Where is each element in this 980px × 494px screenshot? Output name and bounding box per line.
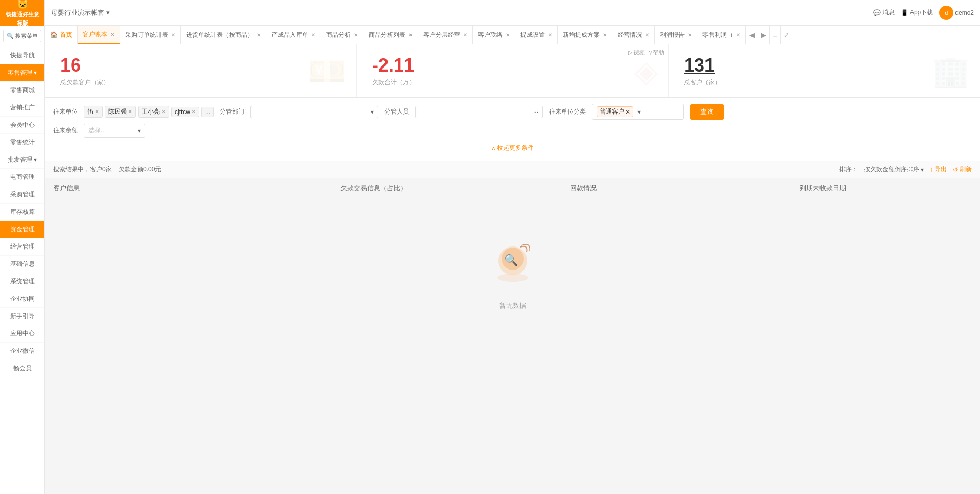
remove-tag-wu[interactable]: ✕ <box>95 108 99 115</box>
dept-filter-label: 分管部门 <box>220 107 244 116</box>
home-icon: 🏠 <box>50 31 58 38</box>
avatar: d <box>939 6 953 20</box>
sidebar-item-zijin[interactable]: 资金管理 <box>0 221 44 238</box>
filter-tag-more[interactable]: ... <box>201 107 214 117</box>
sidebar-item-pifa[interactable]: 批发管理 ▾ <box>0 151 44 169</box>
sidebar-item-huiyuan[interactable]: 会员中心 <box>0 117 44 134</box>
close-icon[interactable]: ✕ <box>645 32 649 38</box>
close-icon[interactable]: ✕ <box>506 32 510 38</box>
chevron-icon-pifa: ▾ <box>34 156 37 163</box>
filter-tag-chen: 陈民强 ✕ <box>105 106 136 118</box>
message-btn[interactable]: 💬 消息 <box>873 8 895 17</box>
sidebar-item-kucun[interactable]: 库存核算 <box>0 204 44 221</box>
topbar-left: 母婴行业演示帐套 ▾ <box>51 8 110 17</box>
sidebar-item-dianshang[interactable]: 电商管理 <box>0 169 44 186</box>
remove-tag-chen[interactable]: ✕ <box>128 108 132 115</box>
empty-icon: 🔍 <box>490 239 536 295</box>
unit-type-input: 普通客户 ✕ ▾ <box>592 104 684 120</box>
tabs-scroll-left[interactable]: ◀ <box>746 26 758 44</box>
collapse-filter-btn[interactable]: ∧ 收起更多条件 <box>53 142 972 154</box>
close-icon[interactable]: ✕ <box>354 32 358 38</box>
empty-text: 暂无数据 <box>499 301 526 310</box>
export-btn[interactable]: ↑ 导出 <box>930 165 947 174</box>
tab-customer-book[interactable]: 客户账本 ✕ <box>78 26 120 44</box>
tab-raise-setting[interactable]: 提成设置 ✕ <box>515 26 558 44</box>
download-icon: 📱 <box>901 9 908 16</box>
sidebar-item-xieyi[interactable]: 企业协同 <box>0 290 44 308</box>
tab-purchase-order[interactable]: 采购订单统计表 ✕ <box>120 26 181 44</box>
summary-card-total-debt: ◈ -2.11 欠款合计（万） ▷ 视频 ? 帮助 <box>357 44 669 97</box>
close-icon[interactable]: ✕ <box>688 32 692 38</box>
chevron-icon: ▾ <box>34 69 37 76</box>
tabs-scroll-right[interactable]: ▶ <box>758 26 769 44</box>
filter-area: 往来单位 伍 ✕ 陈民强 ✕ 王小亮 ✕ cjttcw <box>45 98 980 161</box>
sidebar-item-qiye-weixin[interactable]: 企业微信 <box>0 343 44 360</box>
tab-retail-profit[interactable]: 零售利润（ ✕ <box>697 26 746 44</box>
user-profile[interactable]: d demo2 <box>939 6 974 20</box>
refresh-btn[interactable]: ↺ 刷新 <box>953 165 972 174</box>
help-btn[interactable]: ? 帮助 <box>649 49 664 56</box>
unit-filter-label: 往来单位 <box>53 107 78 116</box>
tab-new-achievement[interactable]: 新增提成方案 ✕ <box>558 26 612 44</box>
close-icon[interactable]: ✕ <box>548 32 552 38</box>
close-icon[interactable]: ✕ <box>736 32 740 38</box>
chevron-down-icon: ▾ <box>106 9 110 16</box>
more-options-icon: ··· <box>533 108 538 116</box>
close-icon[interactable]: ✕ <box>603 32 607 38</box>
tabs-fullscreen[interactable]: ⤢ <box>780 26 792 44</box>
close-icon[interactable]: ✕ <box>110 32 115 37</box>
close-icon[interactable]: ✕ <box>171 32 175 38</box>
svg-text:🔍: 🔍 <box>504 253 518 267</box>
tab-business[interactable]: 经营情况 ✕ <box>612 26 655 44</box>
sidebar-item-caigou[interactable]: 采购管理 <box>0 186 44 204</box>
collapse-icon: ∧ <box>491 145 496 152</box>
sidebar-item-chang-huiyuan[interactable]: 畅会员 <box>0 360 44 377</box>
query-button[interactable]: 查询 <box>690 104 724 120</box>
tab-profit[interactable]: 利润报告 ✕ <box>655 26 697 44</box>
tab-product-analysis[interactable]: 商品分析 ✕ <box>321 26 363 44</box>
tab-customer-contact[interactable]: 客户联络 ✕ <box>473 26 515 44</box>
sidebar-item-jichu[interactable]: 基础信息 <box>0 256 44 273</box>
refresh-icon: ↺ <box>953 166 958 173</box>
sort-select[interactable]: 按欠款金额倒序排序 ▾ <box>864 165 924 174</box>
sidebar-item-xinshou[interactable]: 新手引导 <box>0 308 44 325</box>
person-filter-label: 分管人员 <box>384 107 409 116</box>
tab-product-inbound[interactable]: 产成品入库单 ✕ <box>266 26 321 44</box>
sidebar-item-yingyong[interactable]: 应用中心 <box>0 325 44 343</box>
tab-product-analysis-list[interactable]: 商品分析列表 ✕ <box>363 26 418 44</box>
sidebar-item-lingshao[interactable]: 零售管理 ▾ <box>0 64 44 82</box>
dept-select[interactable]: ▾ <box>250 106 378 118</box>
sidebar-item-xitong[interactable]: 系统管理 <box>0 273 44 290</box>
remove-tag-cjttcw[interactable]: ✕ <box>191 108 196 115</box>
tabs-more[interactable]: ≡ <box>769 26 780 44</box>
overdue-customers-label: 总欠款客户（家） <box>60 78 341 87</box>
sidebar-item-shangheng[interactable]: 零售商城 <box>0 82 44 99</box>
close-icon[interactable]: ✕ <box>257 32 261 38</box>
tab-inbound-stats[interactable]: 进货单统计表（按商品） ✕ <box>181 26 266 44</box>
workspace-selector[interactable]: 母婴行业演示帐套 ▾ <box>51 8 110 17</box>
chevron-down-icon: ▾ <box>921 166 924 173</box>
sidebar-item-tongji[interactable]: 零售统计 <box>0 134 44 151</box>
sidebar-item-yingxiao[interactable]: 营销推广 <box>0 99 44 117</box>
col-header-customer: 客户信息 <box>53 184 340 193</box>
close-icon[interactable]: ✕ <box>311 32 315 38</box>
video-btn[interactable]: ▷ 视频 <box>628 49 645 56</box>
balance-select[interactable]: 选择... ▾ <box>84 124 145 138</box>
card-bg-icon-building: 🏢 <box>931 53 970 89</box>
filter-row-2: 往来余额 选择... ▾ <box>53 124 972 138</box>
close-icon[interactable]: ✕ <box>463 32 467 38</box>
remove-tag-wang[interactable]: ✕ <box>161 108 166 115</box>
search-menu-button[interactable]: 🔍 搜索菜单 <box>3 30 41 42</box>
balance-filter-label: 往来余额 <box>53 126 78 135</box>
app-download-btn[interactable]: 📱 App下载 <box>901 8 933 17</box>
sidebar-item-quick-nav[interactable]: 快捷导航 <box>0 47 44 64</box>
sidebar-item-jingying[interactable]: 经营管理 <box>0 238 44 256</box>
main-area: 母婴行业演示帐套 ▾ 💬 消息 📱 App下载 d demo2 🏠 首页 <box>45 0 980 494</box>
person-select[interactable]: ··· <box>415 106 543 118</box>
remove-type-tag[interactable]: ✕ <box>625 108 630 116</box>
close-icon[interactable]: ✕ <box>408 32 413 38</box>
col-header-repayment: 回款情况 <box>570 184 800 193</box>
unit-type-select[interactable]: 普通客户 ✕ ▾ <box>592 104 684 120</box>
tab-home[interactable]: 🏠 首页 <box>45 26 78 44</box>
tab-customer-segment[interactable]: 客户分层经营 ✕ <box>418 26 473 44</box>
